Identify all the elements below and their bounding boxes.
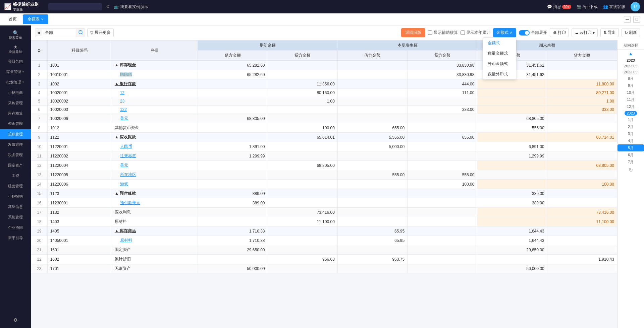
sidebar-settings-icon[interactable]: ⚙ — [11, 315, 20, 325]
tab-home[interactable]: 首页 — [4, 14, 21, 24]
table-row[interactable]: 210010001回回回65,282.6033,830.9831,451.62 — [31, 70, 617, 79]
sidebar-item-invoice[interactable]: 发票管理 — [0, 139, 31, 150]
cloud-print-dropdown-icon: ▾ — [593, 30, 595, 35]
refresh-btn[interactable]: ↻ 刷新 — [622, 28, 640, 37]
table-row[interactable]: 710020006美元68,805.0068,805.00 — [31, 114, 617, 123]
period-12[interactable]: 12月 — [618, 103, 644, 110]
main-layout: 🔍 搜索菜单 ★ 快捷导航 项目合同 零售管理▼ 批发管理▼ 小畅电商 采购管理… — [0, 25, 644, 328]
sidebar-item-ledger[interactable]: 总账管理 — [0, 129, 31, 139]
tab-balance[interactable]: 余额表 ✕ — [23, 14, 48, 24]
online-service-btn[interactable]: 👥 在线客服 — [603, 4, 625, 10]
sidebar-item-tax[interactable]: 税务管理 — [0, 150, 31, 160]
period-month-05-prev[interactable]: 2023.05 — [618, 63, 644, 69]
top-search-input[interactable] — [48, 3, 102, 10]
col-sub-cur-credit: 贷方金额 — [408, 51, 477, 61]
user-avatar[interactable]: U — [631, 2, 640, 11]
table-row[interactable]: 231701无形资产50,000.0050,000.00 — [31, 264, 617, 273]
expand-all-toggle[interactable]: 全部展开 — [519, 30, 547, 36]
period-1[interactable]: 1月 — [618, 116, 644, 123]
period-3[interactable]: 3月 — [618, 130, 644, 137]
dropdown-item-qty-foreign[interactable]: 数量外币式 — [483, 69, 516, 79]
settings-icon[interactable]: ⚙ — [106, 4, 110, 9]
period-8[interactable]: 8月 — [618, 75, 644, 82]
search-input[interactable] — [42, 29, 76, 37]
expand-more-btn[interactable]: ▽ 展开更多 — [87, 28, 114, 37]
table-settings-header[interactable]: ⚙ — [31, 41, 48, 61]
message-btn[interactable]: 💬 消息 99+ — [547, 4, 571, 10]
period-11[interactable]: 11月 — [618, 96, 644, 103]
tab-bar: 首页 余额表 ✕ — ☐ — [0, 13, 644, 25]
sidebar-item-ecommerce[interactable]: 小畅电商 — [0, 87, 31, 98]
search-next-btn[interactable] — [76, 28, 85, 37]
show-assist-check[interactable]: 显示辅助核算 — [428, 30, 458, 36]
table-row[interactable]: 171132应收利息73,416.0073,416.00 — [31, 208, 617, 217]
table-row[interactable]: 1311220005所在地区555.00555.00 — [31, 170, 617, 180]
sidebar-item-purchase[interactable]: 采购管理 — [0, 98, 31, 108]
table-row[interactable]: 1411220006游戏100.00100.00 — [31, 180, 617, 189]
demo-btn[interactable]: 📺 我要看实例演示 — [114, 4, 148, 10]
table-row[interactable]: 81012其他货币资金100.00655.00555.00 — [31, 123, 617, 133]
table-row[interactable]: 1611230001预付款美元389.00389.00 — [31, 198, 617, 208]
period-2[interactable]: 2月 — [618, 123, 644, 130]
period-4[interactable]: 4月 — [618, 137, 644, 144]
table-row[interactable]: 91122▲ 应收账款65,614.015,555.00655.0060,714… — [31, 133, 617, 142]
col-header-code: 科目编码 — [47, 41, 112, 61]
table-row[interactable]: 11001▲ 库存现金65,282.6033,830.9831,451.62 — [31, 61, 617, 70]
print-btn[interactable]: 🖶 打印 — [550, 28, 569, 37]
sidebar-item-wholesale[interactable]: 批发管理▼ — [0, 77, 31, 87]
table-row[interactable]: 2014050001原材料1,710.3865.951,644.43 — [31, 236, 617, 245]
tab-expand-btn[interactable]: ☐ — [633, 16, 640, 23]
sidebar-item-basic[interactable]: 基础信息 — [0, 202, 31, 212]
cloud-print-btn[interactable]: ☁ 云打印 ▾ — [572, 28, 598, 37]
sidebar-item-salary[interactable]: 工资 — [0, 171, 31, 181]
period-up-icon[interactable]: ▲ — [629, 51, 633, 56]
sidebar-item-guide[interactable]: 新手引导 — [0, 233, 31, 243]
table-row[interactable]: 610020003122333.00333.00 — [31, 106, 617, 114]
col-header-opening: 期初余额 — [198, 41, 338, 51]
sidebar-quick-nav[interactable]: ★ 快捷导航 — [9, 42, 22, 56]
sidebar-search[interactable]: 🔍 搜索菜单 — [9, 28, 22, 42]
period-10[interactable]: 10月 — [618, 89, 644, 96]
cloud-print-icon: ☁ — [575, 30, 579, 35]
table-row[interactable]: 181403原材料11,100.0011,100.00 — [31, 217, 617, 226]
period-6[interactable]: 6月 — [618, 151, 644, 158]
search-next-icon — [78, 30, 83, 35]
sidebar-item-management[interactable]: 经营管理 — [0, 181, 31, 191]
sidebar-item-project[interactable]: 项目合同 — [0, 56, 31, 67]
period-9[interactable]: 9月 — [618, 82, 644, 89]
sidebar-item-expense[interactable]: 小畅报销 — [0, 191, 31, 202]
sidebar-item-system[interactable]: 系统管理 — [0, 212, 31, 222]
sidebar-item-retail[interactable]: 零售管理▼ — [0, 67, 31, 77]
sidebar-item-assets[interactable]: 固定资产 — [0, 160, 31, 171]
table-row[interactable]: 151123▲ 预付账款389.00389.00 — [31, 189, 617, 198]
table-row[interactable]: 1111220002往来标签1,299.991,299.99 — [31, 151, 617, 161]
amount-mode-btn[interactable]: 金额式 ∧ — [493, 28, 516, 37]
table-row[interactable]: 191405▲ 库存商品1,710.3865.951,644.43 — [31, 226, 617, 236]
table-row[interactable]: 31002▲ 银行存款11,356.00444.0011,800.00 — [31, 79, 617, 89]
amount-mode-container: 金额式 ∧ 金额式 数量金额式 外币金额式 数量外币式 — [493, 28, 516, 37]
search-prev-btn[interactable]: ◀ — [35, 29, 42, 36]
table-row[interactable]: 1011220001人民币1,891.005,000.006,891.00 — [31, 142, 617, 151]
sidebar-item-collab[interactable]: 企业协同 — [0, 222, 31, 233]
period-5[interactable]: 5月 — [618, 144, 644, 151]
sidebar-item-inventory[interactable]: 库存核算 — [0, 108, 31, 119]
tab-close-icon[interactable]: ✕ — [41, 17, 44, 21]
dropdown-item-qty-amount[interactable]: 数量金额式 — [483, 48, 516, 59]
show-year-check[interactable]: 显示本年累计 — [461, 30, 490, 36]
dropdown-item-amount[interactable]: 金额式 — [483, 38, 516, 48]
table-row[interactable]: 1211220004美元68,805.0068,805.00 — [31, 161, 617, 170]
sidebar-item-capital[interactable]: 资金管理 — [0, 119, 31, 129]
period-month-05-prev2[interactable]: 2023.05 — [618, 69, 644, 75]
app-download-btn[interactable]: 📷 App下载 — [577, 4, 598, 10]
export-btn[interactable]: ⇅ 导出 — [600, 28, 619, 37]
table-row[interactable]: 211601固定资产29,650.0029,650.00 — [31, 245, 617, 255]
table-row[interactable]: 4100200011280,160.00111.0080,271.00 — [31, 89, 617, 97]
period-7[interactable]: 7月 — [618, 158, 644, 166]
return-old-btn[interactable]: 退回旧版 — [401, 28, 425, 37]
toggle-switch-icon[interactable] — [519, 30, 530, 36]
period-more-icon[interactable]: ↻ — [629, 166, 633, 175]
dropdown-item-foreign-amount[interactable]: 外币金额式 — [483, 59, 516, 69]
table-row[interactable]: 510020002231.001.00 — [31, 97, 617, 106]
table-row[interactable]: 221602累计折旧956.68953.751,910.43 — [31, 255, 617, 264]
tab-minimize-btn[interactable]: — — [624, 16, 631, 23]
